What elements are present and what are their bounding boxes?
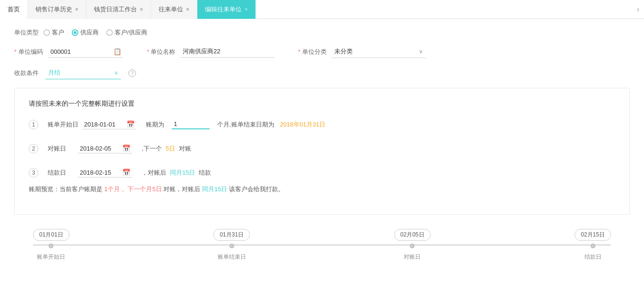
date-field-1[interactable] <box>84 121 127 128</box>
radio-both[interactable]: 客户/供应商 <box>106 28 147 37</box>
tab-expand-icon[interactable]: › <box>632 5 644 14</box>
timeline-bubble-3: 02月05日 <box>394 229 431 241</box>
payment-terms-select[interactable]: 月结 ∨ <box>45 67 121 79</box>
payment-prefix: ，对账后 <box>142 169 166 177</box>
row-label-3: 结款日 <box>48 169 74 177</box>
reconcile-suffix: 对账 <box>179 144 191 153</box>
tab-partner[interactable]: 往来单位 × <box>151 0 197 19</box>
tab-home[interactable]: 首页 <box>0 0 28 19</box>
tab-cash-work-close[interactable]: × <box>140 6 143 13</box>
tab-home-label: 首页 <box>8 5 20 14</box>
preview-part1: 1个月， <box>104 186 126 193</box>
row-label-1: 账单开始日 <box>48 120 78 129</box>
date-field-2[interactable] <box>80 145 122 152</box>
timeline-dot-2 <box>229 244 234 248</box>
preview-part3: 对账，对账后 <box>163 186 200 193</box>
unit-class-select[interactable]: 未分类 ∨ <box>331 45 426 58</box>
date-input-1: 📅 <box>82 119 136 129</box>
timeline-dot-1 <box>49 244 53 248</box>
unit-class-arrow: ∨ <box>419 48 423 55</box>
tab-sales-order-close[interactable]: × <box>75 6 78 13</box>
page-content: 单位类型 客户 供应商 客户/供应商 单位编码 📋 单位名称 单位分类 <box>0 19 644 287</box>
payment-terms-arrow: ∨ <box>114 70 118 76</box>
payment-terms-help-icon[interactable]: ? <box>128 69 136 77</box>
settings-row-1: 1 账单开始日 📅 账期为 个月,账单结束日期为 2018年01月31日 <box>29 119 615 129</box>
tab-edit-partner-close[interactable]: × <box>245 6 248 13</box>
radio-both-circle <box>106 29 113 36</box>
tab-cash-work[interactable]: 钱货日清工作台 × <box>86 0 151 19</box>
unit-code-input[interactable] <box>48 46 111 57</box>
timeline-point-2: 01月31日 账单结束日 <box>213 229 250 261</box>
timeline-dot-3 <box>410 244 415 248</box>
row-num-3: 3 <box>29 168 38 177</box>
radio-customer-circle <box>43 29 50 36</box>
timeline-sublabel-4: 结款日 <box>585 253 602 261</box>
timeline-sublabel-1: 账单开始日 <box>37 253 65 261</box>
timeline-bubble-2: 01月31日 <box>213 229 250 241</box>
timeline-bubble-1: 01月01日 <box>33 229 69 241</box>
calendar-icon-2[interactable]: 📅 <box>122 144 130 152</box>
unit-name-input[interactable] <box>180 46 274 58</box>
payment-day: 同月15日 <box>170 169 195 177</box>
payment-terms-row: 收款条件 月结 ∨ ? <box>14 67 630 79</box>
period-prefix: 账期为 <box>146 120 164 129</box>
radio-supplier-circle <box>72 29 78 36</box>
preview-part5: 该客户会给我打款。 <box>229 186 284 193</box>
date-field-3[interactable] <box>80 169 122 176</box>
reconcile-prefix: ,下一个 <box>142 144 162 153</box>
timeline-sublabel-3: 对账日 <box>404 253 421 261</box>
timeline-dot-4 <box>591 244 595 248</box>
reconcile-day: 5日 <box>166 144 175 153</box>
row-label-2: 对账日 <box>48 144 74 153</box>
unit-class-value: 未分类 <box>334 47 419 56</box>
unit-class-label: 单位分类 <box>298 48 327 56</box>
timeline-wrapper: 01月01日 账单开始日 01月31日 账单结束日 02月05日 对账日 02月… <box>14 224 630 266</box>
radio-customer[interactable]: 客户 <box>43 28 64 37</box>
unit-name-label: 单位名称 <box>147 48 176 56</box>
settings-row-3: 3 结款日 📅 ，对账后 同月15日 结款 <box>29 168 615 177</box>
timeline-points: 01月01日 账单开始日 01月31日 账单结束日 02月05日 对账日 02月… <box>33 229 611 261</box>
payment-terms-label: 收款条件 <box>14 69 39 77</box>
tab-edit-partner[interactable]: 编辑往来单位 × <box>197 0 256 19</box>
calendar-icon-1[interactable]: 📅 <box>127 120 135 128</box>
timeline-bubble-4: 02月15日 <box>575 229 611 241</box>
payment-terms-value: 月结 <box>48 68 114 77</box>
timeline-point-4: 02月15日 结款日 <box>575 229 611 261</box>
period-input[interactable] <box>172 119 210 129</box>
tab-partner-label: 往来单位 <box>159 5 183 14</box>
tab-cash-work-label: 钱货日清工作台 <box>94 5 137 14</box>
settings-box: 请按照未来的一个完整帐期进行设置 1 账单开始日 📅 账期为 个月,账单结束日期… <box>14 88 630 215</box>
tab-sales-order[interactable]: 销售订单历史 × <box>28 0 86 19</box>
period-end-date: 2018年01月31日 <box>280 120 326 129</box>
tab-sales-order-label: 销售订单历史 <box>35 5 72 14</box>
radio-customer-label: 客户 <box>52 28 64 37</box>
unit-type-radio-group: 客户 供应商 客户/供应商 <box>43 28 147 37</box>
period-suffix-1: 个月,账单结束日期为 <box>217 120 274 129</box>
tab-edit-partner-label: 编辑往来单位 <box>205 5 242 14</box>
settings-row-2: 2 对账日 📅 ,下一个 5日 对账 <box>29 144 615 153</box>
timeline-point-1: 01月01日 账单开始日 <box>33 229 69 261</box>
tabs-bar: 首页 销售订单历史 × 钱货日清工作台 × 往来单位 × 编辑往来单位 × › <box>0 0 644 19</box>
unit-type-label: 单位类型 <box>14 28 39 37</box>
settings-title: 请按照未来的一个完整帐期进行设置 <box>29 100 615 108</box>
timeline-point-3: 02月05日 对账日 <box>394 229 431 261</box>
unit-code-label: 单位编码 <box>14 48 43 56</box>
row-num-1: 1 <box>29 120 38 129</box>
unit-fields-row: 单位编码 📋 单位名称 单位分类 未分类 ∨ <box>14 45 630 58</box>
date-input-2: 📅 <box>78 144 132 153</box>
payment-suffix: 结款 <box>199 169 211 177</box>
preview-label: 账期预览：当前客户账期是 <box>29 186 102 193</box>
preview-section: 账期预览：当前客户账期是 1个月， 下一个月5日 对账，对账后 同月15日 该客… <box>29 185 615 194</box>
date-input-3: 📅 <box>78 168 132 177</box>
row-num-2: 2 <box>29 144 38 153</box>
preview-part4: 同月15日 <box>202 186 227 193</box>
timeline-sublabel-2: 账单结束日 <box>218 253 246 261</box>
unit-code-icon[interactable]: 📋 <box>111 48 123 55</box>
calendar-icon-3[interactable]: 📅 <box>122 169 130 176</box>
preview-part2: 下一个月5日 <box>127 186 161 193</box>
unit-type-row: 单位类型 客户 供应商 客户/供应商 <box>14 28 630 37</box>
tab-partner-close[interactable]: × <box>186 6 189 13</box>
radio-both-label: 客户/供应商 <box>115 28 147 37</box>
preview-text: 账期预览：当前客户账期是 1个月， 下一个月5日 对账，对账后 同月15日 该客… <box>29 185 615 194</box>
radio-supplier[interactable]: 供应商 <box>72 28 99 37</box>
